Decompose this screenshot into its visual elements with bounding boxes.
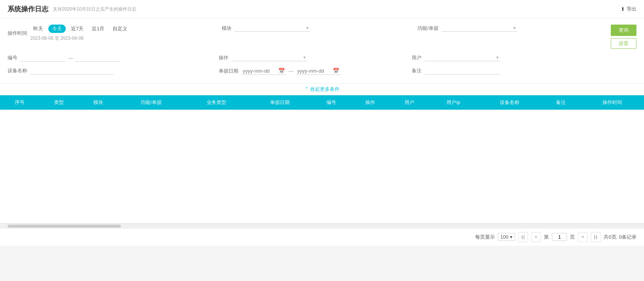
table-body <box>0 110 644 223</box>
operation-content: ▾ <box>232 54 400 61</box>
header-left: 系统操作日志 支持2020年10月31日之后产生的操作日志 <box>8 5 136 14</box>
export-button[interactable]: ⬆ 导出 <box>621 6 636 12</box>
time-label: 操作时间 <box>8 30 27 37</box>
operation-select[interactable]: ▾ <box>232 54 307 61</box>
time-btn-yesterday[interactable]: 昨天 <box>30 25 46 33</box>
per-page-value: 100 <box>500 234 509 240</box>
remark-label: 备注 <box>412 67 422 74</box>
number-content: — <box>20 54 207 62</box>
per-page-select[interactable]: 100 ▾ <box>498 233 516 241</box>
page-first-button[interactable]: ⟨⟨ <box>518 232 528 242</box>
voucher-date-range: 📅 — 📅 <box>241 67 341 75</box>
time-btn-today[interactable]: 今天 <box>48 25 66 33</box>
page-last-button[interactable]: ⟩⟩ <box>591 232 601 242</box>
voucher-date-from-input[interactable] <box>243 68 277 74</box>
col-operation: 操作 <box>351 95 390 110</box>
empty-cell <box>0 110 644 223</box>
col-op-time: 操作时间 <box>581 95 644 110</box>
user-content: ▾ <box>425 54 593 61</box>
col-device: 设备名称 <box>478 95 541 110</box>
col-function: 功能/单据 <box>117 95 184 110</box>
filter-operation: 操作 ▾ <box>219 54 400 61</box>
date-from-wrap: 📅 <box>241 67 286 75</box>
calendar-from-icon[interactable]: 📅 <box>278 68 285 74</box>
time-range-text: 2023-06-06 至 2023-06-06 <box>30 35 130 42</box>
module-chevron-icon: ▾ <box>306 25 309 31</box>
empty-row <box>0 110 644 223</box>
filter-function: 功能/单据 ▾ <box>417 25 602 32</box>
per-page-label: 每页显示 <box>475 234 495 241</box>
data-table: 序号 类型 模块 功能/单据 业务类型 单据日期 编号 操作 用户 用户ip 设… <box>0 95 644 224</box>
function-select[interactable]: ▾ <box>442 25 517 32</box>
table-header-row: 序号 类型 模块 功能/单据 业务类型 单据日期 编号 操作 用户 用户ip 设… <box>0 95 644 110</box>
remark-input[interactable] <box>425 67 500 75</box>
date-to-wrap: 📅 <box>296 67 341 75</box>
device-label: 设备名称 <box>8 67 27 74</box>
scrollbar-thumb[interactable] <box>8 225 121 228</box>
col-remark: 备注 <box>541 95 581 110</box>
number-sep: — <box>68 55 73 61</box>
page-prev-button[interactable]: ＜ <box>531 232 541 242</box>
page-header: 系统操作日志 支持2020年10月31日之后产生的操作日志 ⬆ 导出 <box>0 0 644 19</box>
time-btns: 昨天 今天 近7天 近1月 自定义 <box>30 25 130 33</box>
action-buttons: 查询 设置 <box>611 25 636 49</box>
filter-device: 设备名称 <box>8 67 207 75</box>
voucher-date-sep: — <box>289 68 293 74</box>
time-btn-custom[interactable]: 自定义 <box>110 25 130 33</box>
col-user-ip: 用户ip <box>429 95 478 110</box>
time-btn-1month[interactable]: 近1月 <box>89 25 107 33</box>
filter-module: 模块 ▾ <box>222 25 406 32</box>
export-icon: ⬆ <box>621 6 625 12</box>
setting-button[interactable]: 设置 <box>611 38 636 49</box>
per-page-arrow-icon: ▾ <box>510 234 513 240</box>
col-type: 类型 <box>39 95 79 110</box>
user-label: 用户 <box>412 54 422 61</box>
filter-time: 操作时间 昨天 今天 近7天 近1月 自定义 2023-06-06 至 2023… <box>8 25 210 42</box>
collapse-icon: ⌃ <box>304 86 309 92</box>
user-select[interactable]: ▾ <box>425 54 500 61</box>
col-index: 序号 <box>0 95 39 110</box>
filter-number: 编号 — <box>8 54 207 62</box>
table-header: 序号 类型 模块 功能/单据 业务类型 单据日期 编号 操作 用户 用户ip 设… <box>0 95 644 110</box>
user-chevron-icon: ▾ <box>496 55 499 60</box>
filter-remark: 备注 <box>412 67 593 75</box>
page-subtitle: 支持2020年10月31日之后产生的操作日志 <box>53 6 136 12</box>
number-from-input[interactable] <box>20 54 66 62</box>
function-label: 功能/单据 <box>417 25 439 32</box>
device-input[interactable] <box>30 67 113 75</box>
collapse-bar[interactable]: ⌃ 收起更多条件 <box>0 84 644 95</box>
col-number: 编号 <box>312 95 351 110</box>
col-biz-type: 业务类型 <box>184 95 248 110</box>
filter-row-2: 编号 — 操作 ▾ 用户 <box>8 54 636 62</box>
number-range: — <box>20 54 120 62</box>
collapse-label: 收起更多条件 <box>310 86 340 92</box>
filter-panel: 操作时间 昨天 今天 近7天 近1月 自定义 2023-06-06 至 2023… <box>0 19 644 84</box>
page-number-input[interactable] <box>552 233 567 241</box>
module-select[interactable]: ▾ <box>235 25 310 32</box>
device-content <box>30 67 207 75</box>
col-voucher-date: 单据日期 <box>248 95 312 110</box>
time-btn-7days[interactable]: 近7天 <box>68 25 86 33</box>
filter-row-3: 设备名称 单据日期 📅 — 📅 <box>8 67 636 75</box>
operation-chevron-icon: ▾ <box>303 55 306 60</box>
time-filter-group: 昨天 今天 近7天 近1月 自定义 2023-06-06 至 2023-06-0… <box>30 25 130 42</box>
page-next-button[interactable]: ＞ <box>578 232 588 242</box>
page-suffix: 页 <box>570 234 575 241</box>
page-title: 系统操作日志 <box>8 5 48 14</box>
total-label: 共0页, 0条记录 <box>604 234 636 241</box>
voucher-date-content: 📅 — 📅 <box>241 67 400 75</box>
voucher-date-label: 单据日期 <box>219 68 238 75</box>
number-label: 编号 <box>8 54 17 61</box>
pagination-bar: 每页显示 100 ▾ ⟨⟨ ＜ 第 页 ＞ ⟩⟩ 共0页, 0条记录 <box>0 228 644 246</box>
module-content: ▾ <box>235 25 406 32</box>
voucher-date-to-input[interactable] <box>297 68 331 74</box>
number-to-input[interactable] <box>75 54 120 62</box>
remark-content <box>425 67 593 75</box>
horizontal-scrollbar[interactable] <box>0 224 644 228</box>
col-user: 用户 <box>390 95 429 110</box>
calendar-to-icon[interactable]: 📅 <box>333 68 339 74</box>
table-container: 序号 类型 模块 功能/单据 业务类型 单据日期 编号 操作 用户 用户ip 设… <box>0 95 644 224</box>
query-button[interactable]: 查询 <box>611 25 636 36</box>
filter-voucher-date: 单据日期 📅 — 📅 <box>219 67 400 75</box>
filter-row-1: 操作时间 昨天 今天 近7天 近1月 自定义 2023-06-06 至 2023… <box>8 25 636 49</box>
